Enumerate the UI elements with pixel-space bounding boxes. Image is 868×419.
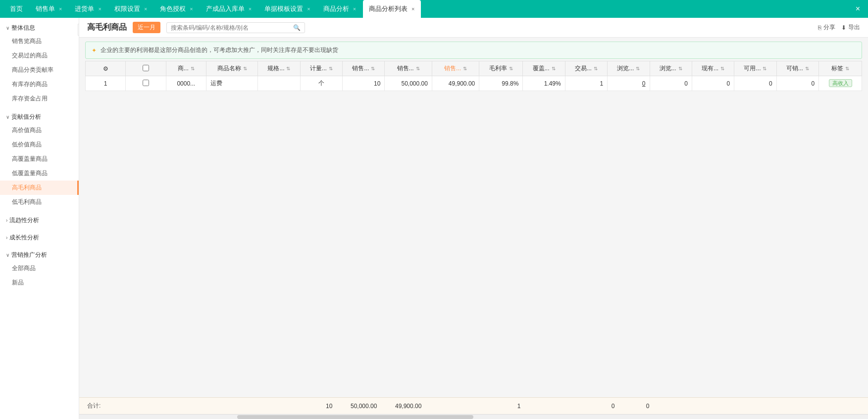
close-tab-permissions[interactable]: × — [144, 6, 147, 12]
content-area: 高毛利商品 近一月 🔍 ⎘ 分享 ⬇ 导出 ✦ 企业的主要的利润都是这部分商品创… — [79, 18, 868, 419]
sidebar-group-title-marketing-analysis[interactable]: ∨营销推广分析 — [0, 249, 79, 261]
sidebar-group-trend-analysis: ›流趋性分析 — [0, 210, 79, 228]
topbar-item-roles[interactable]: 角色授权× — [154, 0, 199, 18]
col-header-current_stock[interactable]: 现有...⇅ — [692, 61, 734, 76]
sidebar-group-overview: ∨整体信息销售览商品交易过的商品商品分类贡献率有库存的商品库存资金占用 — [0, 18, 79, 107]
topbar-item-sales-order[interactable]: 销售单× — [30, 0, 68, 18]
select-all-checkbox[interactable] — [143, 65, 149, 71]
col-header-tag[interactable]: 标签⇅ — [819, 61, 862, 76]
sidebar-group-growth-analysis: ›成长性分析 — [0, 228, 79, 245]
row-browse-link[interactable]: 0 — [642, 80, 646, 87]
row-current-stock: 0 — [692, 76, 734, 91]
col-header-coverage[interactable]: 覆盖...⇅ — [523, 61, 565, 76]
sidebar-item-traded-goods[interactable]: 交易过的商品 — [0, 48, 79, 63]
sidebar-item-low-value[interactable]: 低价值商品 — [0, 138, 79, 152]
sidebar-collapse-button[interactable]: 《 — [78, 24, 79, 36]
footer-label: 合计: — [87, 402, 101, 410]
sidebar-item-low-margin[interactable]: 低毛利商品 — [0, 195, 79, 209]
sidebar-item-all-goods[interactable]: 全部商品 — [0, 261, 79, 276]
footer-cell-16 — [653, 403, 688, 410]
col-header-code[interactable]: 商...⇅ — [166, 61, 206, 76]
row-select-checkbox[interactable] — [143, 80, 149, 86]
scroll-indicator — [79, 414, 868, 419]
sidebar-item-high-margin[interactable]: 高毛利商品 — [0, 181, 79, 195]
sort-icon-browse2: ⇅ — [678, 66, 682, 71]
close-all-button[interactable]: × — [852, 4, 864, 13]
footer-totals: 1050,000.0049,900.00100 — [108, 403, 860, 410]
topbar-item-template-settings[interactable]: 单据模板设置× — [258, 0, 316, 18]
sidebar-item-high-frequency[interactable]: 高覆盖量商品 — [0, 152, 79, 166]
col-label-sales_profit: 销售...⇅ — [444, 64, 467, 73]
col-header-unit[interactable]: 计量...⇅ — [300, 61, 342, 76]
sidebar-group-title-overview[interactable]: ∨整体信息 — [0, 22, 79, 34]
sidebar-item-capital-occupy[interactable]: 库存资金占用 — [0, 92, 79, 106]
topbar-item-permissions[interactable]: 权限设置× — [108, 0, 153, 18]
col-header-sales_profit[interactable]: 销售...⇅ — [432, 61, 479, 76]
sidebar-group-label-wealth-analysis: 贡献值分析 — [11, 113, 41, 121]
close-tab-roles[interactable]: × — [190, 6, 193, 12]
row-available: 0 — [734, 76, 776, 91]
sidebar-group-title-wealth-analysis[interactable]: ∨贡献值分析 — [0, 111, 79, 123]
footer-cell-11: 1 — [495, 403, 524, 410]
table-row: 10000...运费个1050,000.0049,900.0099.8%1.49… — [86, 76, 862, 91]
sidebar-item-in-stock-goods[interactable]: 有库存的商品 — [0, 77, 79, 92]
close-tab-products-entry[interactable]: × — [249, 6, 252, 12]
sidebar-item-new-goods[interactable]: 新品 — [0, 276, 79, 290]
col-header-browse1[interactable]: 浏览...⇅ — [608, 61, 650, 76]
close-tab-product-analysis-list[interactable]: × — [411, 6, 414, 12]
row-checkbox[interactable] — [126, 76, 166, 91]
close-tab-purchase-order[interactable]: × — [98, 6, 101, 12]
sidebar-item-sales-goods[interactable]: 销售览商品 — [0, 34, 79, 48]
close-tab-product-analysis[interactable]: × — [353, 6, 356, 12]
topbar-item-product-analysis[interactable]: 商品分析× — [317, 0, 362, 18]
topbar-item-product-analysis-list[interactable]: 商品分析列表× — [363, 0, 420, 18]
col-header-saleable[interactable]: 可销...⇅ — [776, 61, 818, 76]
footer-cell-17 — [688, 403, 717, 410]
sidebar-item-goods-contribution[interactable]: 商品分类贡献率 — [0, 63, 79, 77]
row-tag: 高收入 — [819, 76, 862, 91]
col-header-transactions[interactable]: 交易...⇅ — [565, 61, 607, 76]
col-header-sales_amount[interactable]: 销售...⇅ — [385, 61, 432, 76]
footer-cell-8: 49,900.00 — [381, 403, 425, 410]
sidebar-group-title-trend-analysis[interactable]: ›流趋性分析 — [0, 214, 79, 227]
export-button[interactable]: ⬇ 导出 — [841, 23, 860, 32]
topbar: 首页销售单×进货单×权限设置×角色授权×产成品入库单×单据模板设置×商品分析×商… — [0, 0, 868, 18]
footer-cell-4 — [247, 403, 277, 410]
time-filter-button[interactable]: 近一月 — [133, 22, 160, 33]
export-icon: ⬇ — [841, 24, 846, 31]
row-browse2: 0 — [650, 76, 692, 91]
col-header-browse2[interactable]: 浏览...⇅ — [650, 61, 692, 76]
chevron-down-icon: ∨ — [6, 25, 9, 31]
chevron-down-icon: ∨ — [6, 252, 9, 258]
close-tab-sales-order[interactable]: × — [59, 6, 62, 12]
search-input[interactable] — [171, 24, 290, 31]
topbar-item-home[interactable]: 首页 — [4, 0, 29, 18]
col-header-available[interactable]: 可用...⇅ — [734, 61, 776, 76]
col-header-name[interactable]: 商品名称⇅ — [206, 61, 257, 76]
sidebar-item-high-value[interactable]: 高价值商品 — [0, 123, 79, 138]
close-tab-template-settings[interactable]: × — [307, 6, 310, 12]
topbar-item-purchase-order[interactable]: 进货单× — [69, 0, 107, 18]
row-sales-amount: 50,000.00 — [385, 76, 432, 91]
sort-icon-transactions: ⇅ — [594, 66, 598, 71]
col-header-gross_margin[interactable]: 毛利率⇅ — [479, 61, 523, 76]
col-label-browse2: 浏览...⇅ — [660, 64, 682, 73]
col-label-unit: 计量...⇅ — [310, 64, 333, 73]
search-icon[interactable]: 🔍 — [293, 24, 301, 31]
scroll-thumb[interactable] — [237, 415, 474, 419]
col-header-sales_qty[interactable]: 销售...⇅ — [343, 61, 385, 76]
gear-icon[interactable]: ⚙ — [103, 65, 108, 72]
topbar-item-products-entry[interactable]: 产成品入库单× — [200, 0, 257, 18]
col-header-spec[interactable]: 规格...⇅ — [258, 61, 300, 76]
sidebar-group-title-growth-analysis[interactable]: ›成长性分析 — [0, 232, 79, 244]
sort-icon-saleable: ⇅ — [805, 66, 809, 71]
sidebar-group-marketing-analysis: ∨营销推广分析全部商品新品 — [0, 245, 79, 291]
info-bar: ✦ 企业的主要的利润都是这部分商品创造的，可考虑加大推广，同时关注库存是不要出现… — [85, 42, 862, 59]
export-label: 导出 — [848, 23, 860, 32]
share-button[interactable]: ⎘ 分享 — [818, 23, 835, 32]
footer-cell-0 — [108, 403, 138, 410]
sidebar-item-low-frequency[interactable]: 低覆盖量商品 — [0, 166, 79, 181]
footer-cell-14: 0 — [584, 403, 618, 410]
table-wrapper[interactable]: ⚙商...⇅商品名称⇅规格...⇅计量...⇅销售...⇅销售...⇅销售...… — [85, 61, 862, 397]
col-label-gross_margin: 毛利率⇅ — [489, 64, 513, 73]
